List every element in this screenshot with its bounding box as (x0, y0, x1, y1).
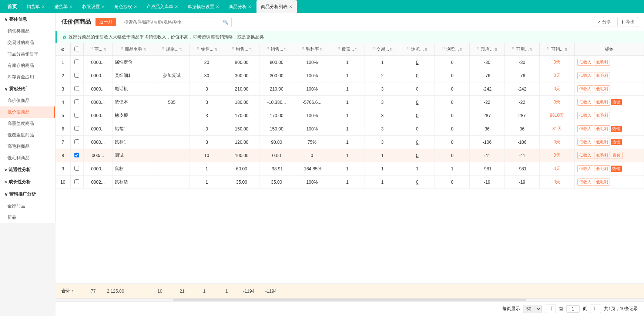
sidebar-item-inventory-goods[interactable]: 有库存的商品 (0, 60, 55, 71)
nav-product-analysis[interactable]: 商品分析 ✕ (224, 0, 256, 13)
browse1-link[interactable]: 0 (416, 153, 419, 158)
per-page-select[interactable]: 50 100 200 (523, 305, 542, 313)
cell-check[interactable] (70, 122, 84, 136)
nav-sales-order[interactable]: 销货单 ✕ (22, 0, 49, 13)
cell-gross-rate: 100% (294, 122, 330, 136)
cell-browse1[interactable]: 0 (400, 69, 435, 82)
row-checkbox[interactable] (74, 139, 79, 144)
cell-sale-amt2: 170.00 (259, 109, 294, 122)
sidebar-group-contribution[interactable]: ∨ 贡献分析 (0, 83, 55, 95)
nav-close-1[interactable]: ✕ (41, 0, 45, 13)
cell-check[interactable] (70, 109, 84, 122)
nav-home[interactable]: 首页 (3, 0, 21, 13)
row-checkbox[interactable] (74, 126, 79, 131)
cell-check[interactable] (70, 176, 84, 189)
sidebar-item-category-sales-rate[interactable]: 商品分类销售率 (0, 48, 55, 60)
nav-close-8[interactable]: ✕ (289, 0, 292, 13)
browse1-link[interactable]: 0 (416, 86, 419, 92)
row-checkbox[interactable] (74, 166, 79, 171)
sidebar-item-inventory-capital[interactable]: 库存资金占用 (0, 71, 55, 83)
cell-check[interactable] (70, 96, 84, 109)
nav-purchase-order[interactable]: 进货单 ✕ (50, 0, 77, 13)
cell-browse1[interactable]: 0 (400, 176, 435, 189)
tag-badge: 低收入 (577, 165, 593, 172)
nav-stock-in[interactable]: 产成品入库单 ✕ (142, 0, 182, 13)
row-checkbox[interactable] (74, 60, 79, 64)
sidebar-group-overall[interactable]: ∨ 整体信息 (0, 13, 55, 26)
table-container[interactable]: ⚙ ⠿商...⇅ ⠿商品名称⇅ ⠿规格...⇅ ⠿销售...⇅ ⠿销售...⇅ … (56, 43, 644, 283)
cell-browse1[interactable]: 0 (400, 82, 435, 96)
col-check[interactable] (70, 43, 84, 56)
search-input[interactable] (124, 20, 221, 25)
sidebar-item-high-margin[interactable]: 高毛利商品 (0, 141, 55, 152)
cell-browse1[interactable]: 0 (400, 96, 435, 109)
cell-check[interactable] (70, 56, 84, 69)
sidebar-item-high-value[interactable]: 高价值商品 (0, 95, 55, 106)
horizontal-scrollbar[interactable] (56, 298, 644, 301)
nav-product-analysis-list[interactable]: 商品分析列表 ✕ (256, 0, 297, 13)
first-page-button[interactable]: 《 (545, 305, 556, 313)
cell-name: 鼠标垫 (113, 176, 154, 189)
nav-role-auth[interactable]: 角色授权 ✕ (110, 0, 141, 13)
row-checkbox[interactable] (74, 86, 79, 91)
row-checkbox[interactable] (74, 113, 79, 118)
filter-month-button[interactable]: 近一月 (95, 18, 116, 26)
sidebar-group-growth[interactable]: > 成长性分析 (0, 176, 55, 188)
cell-browse1[interactable]: 0 (400, 149, 435, 162)
sidebar-item-low-value[interactable]: 低价值商品 (0, 106, 55, 118)
row-checkbox[interactable] (74, 153, 79, 157)
row-checkbox[interactable] (74, 73, 79, 78)
browse1-link[interactable]: 1 (416, 166, 419, 171)
cell-check[interactable] (70, 69, 84, 82)
col-gear[interactable]: ⚙ (56, 43, 70, 56)
nav-close-2[interactable]: ✕ (69, 0, 73, 13)
sidebar-item-new-goods[interactable]: 新品 (0, 212, 55, 223)
sidebar-item-high-coverage[interactable]: 高覆盖度商品 (0, 118, 55, 129)
cell-saleable: 8610天 (540, 109, 574, 122)
cell-coverage: 1 (330, 56, 365, 69)
chevron-down-icon-3: ∨ (4, 192, 8, 197)
cell-browse1[interactable]: 0 (400, 122, 435, 136)
sidebar-group-circulation[interactable]: > 流通性分析 (0, 164, 55, 176)
cell-browse2: 0 (435, 69, 470, 82)
cell-browse1[interactable]: 1 (400, 162, 435, 176)
export-button[interactable]: ⬇ 导出 (617, 17, 638, 27)
nav-close-4[interactable]: ✕ (134, 0, 137, 13)
browse1-link[interactable]: 0 (416, 60, 419, 65)
cell-check[interactable] (70, 149, 84, 162)
sidebar-item-low-coverage[interactable]: 低覆盖度商品 (0, 129, 55, 141)
sidebar-group-marketing[interactable]: ∨ 营销推广分析 (0, 188, 55, 200)
search-icon[interactable]: 🔍 (223, 20, 228, 25)
nav-close-7[interactable]: ✕ (248, 0, 251, 13)
browse1-link[interactable]: 0 (416, 100, 419, 105)
cell-browse1[interactable]: 0 (400, 136, 435, 149)
nav-template-settings[interactable]: 单据模板设置 ✕ (183, 0, 224, 13)
last-page-button[interactable]: 》 (590, 305, 601, 313)
cell-browse1[interactable]: 0 (400, 56, 435, 69)
browse1-link[interactable]: 0 (416, 126, 419, 132)
cell-check[interactable] (70, 136, 84, 149)
page-number-input[interactable] (566, 305, 580, 313)
browse1-link[interactable]: 0 (416, 140, 419, 145)
cell-spec: 参加复试 (154, 69, 189, 82)
cell-check[interactable] (70, 162, 84, 176)
browse1-link[interactable]: 0 (416, 180, 419, 185)
chevron-right-icon: > (4, 167, 7, 173)
cell-browse1[interactable]: 0 (400, 109, 435, 122)
cell-check[interactable] (70, 82, 84, 96)
sidebar-item-all-goods[interactable]: 全部商品 (0, 200, 55, 212)
nav-close-3[interactable]: ✕ (101, 0, 105, 13)
select-all-checkbox[interactable] (74, 47, 79, 51)
browse1-link[interactable]: 0 (416, 73, 419, 78)
row-checkbox[interactable] (74, 99, 79, 104)
nav-close-6[interactable]: ✕ (216, 0, 219, 13)
share-button[interactable]: ↗ 分享 (594, 17, 614, 27)
nav-close-5[interactable]: ✕ (175, 0, 178, 13)
cell-saleable: 0天 (540, 82, 574, 96)
sidebar-item-sales-goods[interactable]: 销售类商品 (0, 26, 55, 37)
browse1-link[interactable]: 0 (416, 113, 419, 118)
sidebar-item-traded-goods[interactable]: 交易过的商品 (0, 37, 55, 48)
sidebar-item-low-margin[interactable]: 低毛利商品 (0, 152, 55, 164)
row-checkbox[interactable] (74, 179, 79, 184)
nav-permission[interactable]: 权限设置 ✕ (78, 0, 109, 13)
